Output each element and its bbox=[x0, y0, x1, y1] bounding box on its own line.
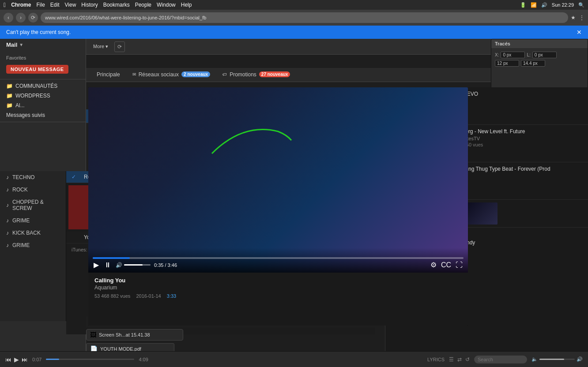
tab-promotions-label: Promotions bbox=[230, 71, 256, 78]
tab-principale[interactable]: Principale bbox=[90, 69, 126, 81]
menu-edit[interactable]: Edit bbox=[50, 2, 60, 8]
sidebar-item-al[interactable]: 📁 Al... bbox=[0, 101, 86, 110]
youtube-overlay: ▶ ⏸ 🔊 0:35 / 3:46 ⚙ CC bbox=[88, 87, 468, 326]
itunes-techno-label: TECHNO bbox=[12, 174, 35, 180]
itunes-sidebar-kickback[interactable]: ♪ KICK BACK bbox=[0, 227, 66, 239]
notification-close-button[interactable]: ✕ bbox=[577, 29, 582, 36]
tab-promotions[interactable]: 🏷 Promotions 27 nouveaux bbox=[216, 69, 296, 81]
bookmark-icon[interactable]: ★ bbox=[571, 15, 576, 21]
menu-window[interactable]: Window bbox=[157, 2, 176, 8]
youtube-song-subtitle: Aquarium bbox=[94, 285, 462, 291]
painting-title-text: Tracés bbox=[495, 41, 510, 46]
menu-search-icon[interactable]: 🔍 bbox=[578, 2, 584, 8]
tab-social-badge: 2 nouveaux bbox=[181, 71, 210, 77]
youtube-vol-bar[interactable] bbox=[124, 264, 151, 266]
itunes-shuffle-icon[interactable]: ⇄ bbox=[457, 356, 462, 363]
menu-people[interactable]: People bbox=[135, 2, 151, 8]
youtube-cc-button[interactable]: CC bbox=[440, 261, 452, 269]
forward-button[interactable]: › bbox=[16, 13, 26, 22]
music-icon-2: ♪ bbox=[6, 187, 9, 193]
painting-size-row bbox=[495, 60, 584, 67]
itunes-kickback-label: KICK BACK bbox=[12, 230, 41, 236]
youtube-ctrl-row: ▶ ⏸ 🔊 0:35 / 3:46 ⚙ CC bbox=[93, 261, 464, 269]
itunes-vol-high-icon: 🔊 bbox=[577, 356, 583, 362]
mail-label: Mail bbox=[6, 41, 17, 48]
youtube-video-area[interactable]: ▶ ⏸ 🔊 0:35 / 3:46 ⚙ CC bbox=[88, 87, 468, 273]
itunes-next-button[interactable]: ⏭ bbox=[22, 356, 28, 363]
chrome-menu-icon[interactable]: ⋮ bbox=[579, 15, 584, 21]
screenshot-icon: 🖼 bbox=[90, 331, 96, 338]
painting-window-content: X: L: bbox=[491, 48, 588, 70]
youtube-pause-button[interactable]: ⏸ bbox=[103, 261, 112, 269]
youtube-progress-fill bbox=[93, 257, 130, 259]
youtube-volume: 🔊 bbox=[116, 262, 151, 268]
youtube-progress-bar[interactable] bbox=[93, 257, 464, 259]
menu-wifi-icon: 📶 bbox=[531, 2, 537, 8]
itunes-play-button[interactable]: ▶ bbox=[14, 356, 19, 363]
itunes-list-icon[interactable]: ☰ bbox=[449, 356, 454, 363]
itunes-sidebar-grime[interactable]: ♪ GRIME bbox=[0, 214, 66, 227]
folder-icon: 📁 bbox=[6, 83, 13, 89]
sidebar-wordpress-label: WORDPRESS bbox=[15, 93, 50, 99]
painting-x-row: X: L: bbox=[495, 52, 584, 58]
tab-reseaux-sociaux[interactable]: ✉ Réseaux sociaux 2 nouveaux bbox=[126, 69, 216, 81]
menu-chrome[interactable]: Chrome bbox=[11, 2, 31, 8]
painting-window-title: Tracés bbox=[491, 39, 588, 48]
mail-more-button[interactable]: More ▾ bbox=[90, 43, 111, 50]
menu-history[interactable]: History bbox=[81, 2, 98, 8]
youtube-vol-fill bbox=[124, 264, 143, 266]
youtube-fullscreen-button[interactable]: ⛶ bbox=[455, 261, 464, 269]
back-button[interactable]: ‹ bbox=[4, 13, 13, 22]
itunes-sidebar: ♪ TECHNO ♪ ROCK ♪ CHOPPED & SCREW ♪ GRIM… bbox=[0, 171, 66, 321]
itunes-vol-fill bbox=[539, 359, 564, 360]
mail-arrow-icon[interactable]: ▼ bbox=[19, 42, 23, 47]
menu-bookmarks[interactable]: Bookmarks bbox=[103, 2, 130, 8]
itunes-sidebar-rock[interactable]: ♪ ROCK bbox=[0, 184, 66, 196]
painting-l-input[interactable] bbox=[532, 52, 557, 58]
menu-clock: Sun 22:29 bbox=[552, 2, 574, 7]
menu-file[interactable]: File bbox=[36, 2, 45, 8]
painting-window: Tracés X: L: bbox=[491, 39, 588, 92]
itunes-grime-label: GRIME bbox=[12, 217, 30, 224]
itunes-sidebar-chopped[interactable]: ♪ CHOPPED & SCREW bbox=[0, 196, 66, 214]
sidebar-item-communautes[interactable]: 📁 COMMUNAUTÉS bbox=[0, 81, 86, 91]
sidebar-al-label: Al... bbox=[15, 102, 25, 109]
itunes-progress-bar[interactable] bbox=[46, 359, 134, 360]
painting-size-input-2[interactable] bbox=[521, 60, 545, 67]
url-bar[interactable]: www.wired.com/2016/06/what-were-listenin… bbox=[41, 12, 568, 23]
itunes-sidebar-techno[interactable]: ♪ TECHNO bbox=[0, 171, 66, 184]
itunes-search-input[interactable] bbox=[474, 356, 527, 363]
sidebar-item-messages-suivis[interactable]: Messages suivis bbox=[0, 110, 86, 120]
itunes-volume-area: 🔈 🔊 bbox=[531, 356, 583, 362]
itunes-lyrics-button[interactable]: LYRICS bbox=[427, 357, 445, 362]
itunes-total-time: 4:09 bbox=[139, 357, 148, 362]
itunes-repeat-icon[interactable]: ↺ bbox=[465, 356, 470, 363]
sidebar-item-wordpress[interactable]: 📁 WORDPRESS bbox=[0, 91, 86, 101]
itunes-bottom-bar: ⏮ ▶ ⏭ 0:07 4:09 LYRICS ☰ ⇄ ↺ 🔈 🔊 bbox=[0, 351, 588, 367]
itunes-progress-fill bbox=[46, 359, 59, 360]
youtube-settings-button[interactable]: ⚙ bbox=[430, 261, 437, 269]
painting-x-label: X: bbox=[495, 52, 499, 57]
youtube-song-title: Calling You bbox=[94, 277, 462, 284]
painting-x-input[interactable] bbox=[501, 52, 525, 58]
itunes-prev-button[interactable]: ⏮ bbox=[5, 356, 11, 363]
track-check-1: ✓ bbox=[72, 174, 79, 180]
screenshot-filename: Screen Sh...at 15.41.38 bbox=[99, 332, 150, 337]
nouveau-message-button[interactable]: NOUVEAU MESSAGE bbox=[6, 65, 68, 74]
music-icon-5: ♪ bbox=[6, 230, 9, 236]
content-area: Mail ▼ Favorites NOUVEAU MESSAGE 📁 COMMU… bbox=[0, 39, 588, 367]
menu-help[interactable]: Help bbox=[181, 2, 192, 8]
itunes-sidebar-grime2[interactable]: ♪ GRIME bbox=[0, 239, 66, 251]
youtube-play-button[interactable]: ▶ bbox=[93, 261, 100, 269]
itunes-grime2-label: GRIME bbox=[12, 242, 30, 248]
menu-view[interactable]: View bbox=[65, 2, 76, 8]
apple-menu[interactable]:  bbox=[4, 1, 6, 8]
screen-capture-item[interactable]: 🖼 Screen Sh...at 15.41.38 bbox=[86, 329, 183, 341]
tab-reseaux-label: Réseaux sociaux bbox=[139, 71, 179, 78]
itunes-vol-bar[interactable] bbox=[539, 359, 575, 360]
refresh-button[interactable]: ⟳ bbox=[28, 13, 38, 22]
menu-bar:  Chrome File Edit View History Bookmark… bbox=[0, 0, 588, 10]
chrome-icons-right: ★ ⋮ bbox=[571, 15, 584, 21]
mail-refresh-button[interactable]: ⟳ bbox=[114, 41, 125, 52]
painting-size-input-1[interactable] bbox=[495, 60, 519, 67]
